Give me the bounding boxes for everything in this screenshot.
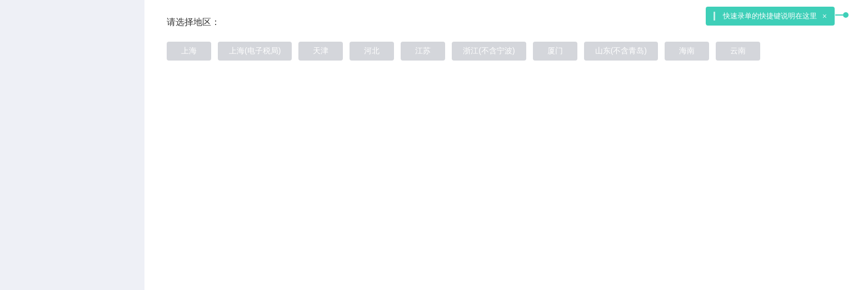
tooltip-banner: 快速录单的快捷键说明在这里 ×	[706, 7, 835, 26]
tooltip-bar	[714, 12, 715, 21]
region-button-0[interactable]: 上海	[167, 42, 211, 61]
tooltip-close-button[interactable]: ×	[822, 12, 827, 21]
region-buttons: 上海上海(电子税局)天津河北江苏浙江(不含宁波)厦门山东(不含青岛)海南云南	[167, 42, 846, 61]
region-button-3[interactable]: 河北	[350, 42, 394, 61]
main-content: 请选择地区： 上海上海(电子税局)天津河北江苏浙江(不含宁波)厦门山东(不含青岛…	[144, 0, 868, 290]
region-button-7[interactable]: 山东(不含青岛)	[584, 42, 658, 61]
left-sidebar	[0, 0, 144, 290]
region-button-8[interactable]: 海南	[665, 42, 709, 61]
tooltip-connector-line	[835, 14, 843, 16]
region-button-5[interactable]: 浙江(不含宁波)	[452, 42, 526, 61]
region-button-2[interactable]: 天津	[298, 42, 343, 61]
tooltip-connector-dot	[843, 12, 849, 18]
region-button-4[interactable]: 江苏	[401, 42, 445, 61]
tooltip-text: 快速录单的快捷键说明在这里	[723, 11, 817, 21]
region-button-9[interactable]: 云南	[716, 42, 760, 61]
region-button-6[interactable]: 厦门	[533, 42, 577, 61]
region-button-1[interactable]: 上海(电子税局)	[218, 42, 292, 61]
